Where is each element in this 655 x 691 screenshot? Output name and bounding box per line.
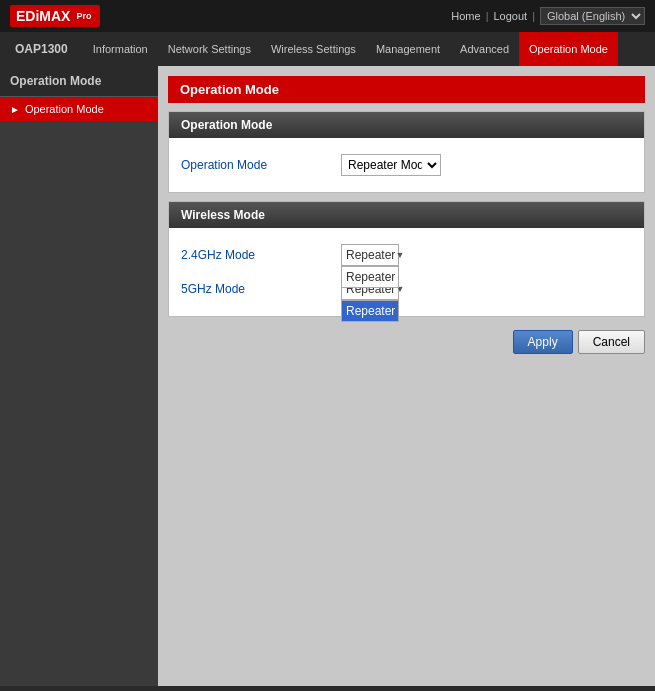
page-title: Operation Mode — [168, 76, 645, 103]
nav-brand: OAP1300 — [10, 42, 83, 56]
24ghz-link[interactable]: 2.4GHz Mode — [181, 248, 255, 262]
operation-mode-label: Operation Mode — [181, 158, 341, 172]
24ghz-mode-row: 2.4GHz Mode Repeater ▼ Repeater — [181, 238, 632, 272]
main-layout: Operation Mode ► Operation Mode Operatio… — [0, 66, 655, 686]
5ghz-label: 5GHz Mode — [181, 282, 341, 296]
operation-mode-row: Operation Mode AP Mode Repeater Mode Cli… — [181, 148, 632, 182]
nav-item-operation-mode[interactable]: Operation Mode — [519, 32, 618, 66]
operation-mode-section-header: Operation Mode — [169, 112, 644, 138]
operation-mode-control: AP Mode Repeater Mode Client Mode — [341, 154, 441, 176]
home-link[interactable]: Home — [451, 10, 480, 22]
operation-mode-section: Operation Mode Operation Mode AP Mode Re… — [168, 111, 645, 193]
24ghz-dropdown-arrow-icon: ▼ — [395, 250, 404, 260]
separator1: | — [486, 10, 489, 22]
logo-text: EDiMAX — [16, 8, 70, 24]
24ghz-dropdown-menu: Repeater — [341, 266, 399, 288]
language-select[interactable]: Global (English) — [540, 7, 645, 25]
24ghz-dropdown-container: Repeater ▼ Repeater — [341, 244, 399, 266]
sidebar-item-operation-mode[interactable]: ► Operation Mode — [0, 97, 158, 121]
sidebar: Operation Mode ► Operation Mode — [0, 66, 158, 686]
5ghz-option-repeater[interactable]: Repeater — [342, 301, 398, 321]
logo-pro-badge: Pro — [73, 10, 94, 22]
24ghz-control: Repeater ▼ Repeater — [341, 244, 399, 266]
nav-item-network-settings[interactable]: Network Settings — [158, 32, 261, 66]
sidebar-item-label: Operation Mode — [25, 103, 104, 115]
logo-area: EDiMAX Pro — [10, 5, 100, 27]
logout-link[interactable]: Logout — [493, 10, 527, 22]
separator2: | — [532, 10, 535, 22]
nav-item-information[interactable]: Information — [83, 32, 158, 66]
24ghz-option-repeater[interactable]: Repeater — [342, 267, 398, 287]
footer: Copyright 2017 © EDIMAX Technology Co., … — [0, 686, 655, 691]
5ghz-mode-row: 5GHz Mode Repeater ▼ Repeater — [181, 272, 632, 306]
operation-mode-section-body: Operation Mode AP Mode Repeater Mode Cli… — [169, 138, 644, 192]
wireless-mode-section: Wireless Mode 2.4GHz Mode Repeater ▼ — [168, 201, 645, 317]
nav-item-wireless-settings[interactable]: Wireless Settings — [261, 32, 366, 66]
5ghz-dropdown-menu: Repeater — [341, 300, 399, 322]
button-row: Apply Cancel — [168, 325, 645, 359]
5ghz-link[interactable]: 5GHz Mode — [181, 282, 245, 296]
operation-mode-link[interactable]: Operation Mode — [181, 158, 267, 172]
wireless-mode-section-header: Wireless Mode — [169, 202, 644, 228]
sidebar-header: Operation Mode — [0, 66, 158, 97]
nav-item-management[interactable]: Management — [366, 32, 450, 66]
content-area: Operation Mode Operation Mode Operation … — [158, 66, 655, 686]
24ghz-label: 2.4GHz Mode — [181, 248, 341, 262]
nav-bar: OAP1300 Information Network Settings Wir… — [0, 32, 655, 66]
logo: EDiMAX Pro — [10, 5, 100, 27]
nav-item-advanced[interactable]: Advanced — [450, 32, 519, 66]
apply-button[interactable]: Apply — [513, 330, 573, 354]
top-links: Home | Logout | Global (English) — [451, 7, 645, 25]
wireless-mode-section-body: 2.4GHz Mode Repeater ▼ Repeater — [169, 228, 644, 316]
sidebar-arrow-icon: ► — [10, 104, 20, 115]
cancel-button[interactable]: Cancel — [578, 330, 645, 354]
top-bar: EDiMAX Pro Home | Logout | Global (Engli… — [0, 0, 655, 32]
24ghz-dropdown-button[interactable]: Repeater ▼ — [341, 244, 399, 266]
24ghz-dropdown-value: Repeater — [346, 248, 395, 262]
operation-mode-select[interactable]: AP Mode Repeater Mode Client Mode — [341, 154, 441, 176]
